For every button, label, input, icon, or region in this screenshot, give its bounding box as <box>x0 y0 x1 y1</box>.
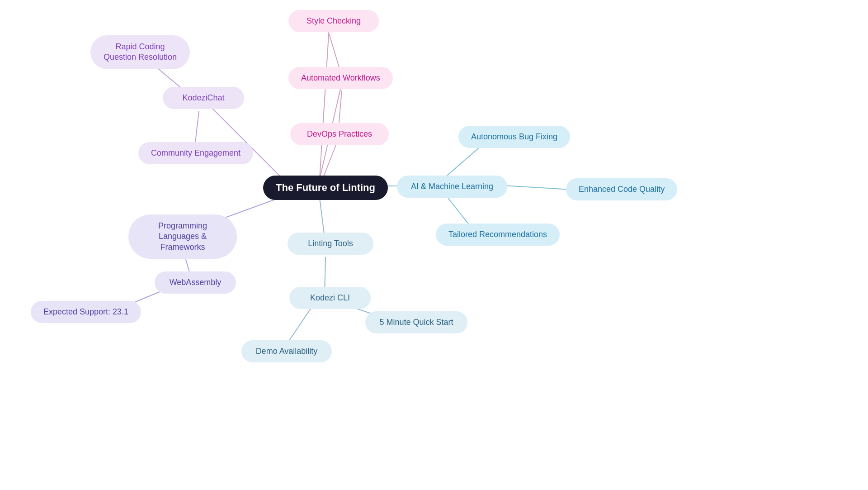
ai-machine-learning-node: AI & Machine Learning <box>397 176 507 198</box>
linting-tools-node: Linting Tools <box>288 233 373 255</box>
style-checking-node: Style Checking <box>288 10 379 32</box>
programming-languages-node: Programming Languages & Frameworks <box>128 214 237 259</box>
devops-practices-node: DevOps Practices <box>290 123 389 145</box>
enhanced-code-quality-node: Enhanced Code Quality <box>566 178 677 200</box>
tailored-recommendations-node: Tailored Recommendations <box>436 224 560 246</box>
svg-line-0 <box>319 27 329 186</box>
center-node: The Future of Linting <box>263 176 388 200</box>
kodezi-cli-node: Kodezi CLI <box>289 287 371 309</box>
automated-workflows-node: Automated Workflows <box>288 67 393 89</box>
webassembly-node: WebAssembly <box>155 271 236 294</box>
autonomous-bug-fixing-node: Autonomous Bug Fixing <box>458 126 570 148</box>
five-minute-node: 5 Minute Quick Start <box>365 311 467 333</box>
community-engagement-node: Community Engagement <box>138 142 253 164</box>
expected-support-node: Expected Support: 23.1 <box>31 301 141 323</box>
kodezi-chat-node: KodeziChat <box>163 87 244 109</box>
rapid-coding-node: Rapid Coding Question Resolution <box>90 35 190 69</box>
demo-availability-node: Demo Availability <box>241 340 332 362</box>
